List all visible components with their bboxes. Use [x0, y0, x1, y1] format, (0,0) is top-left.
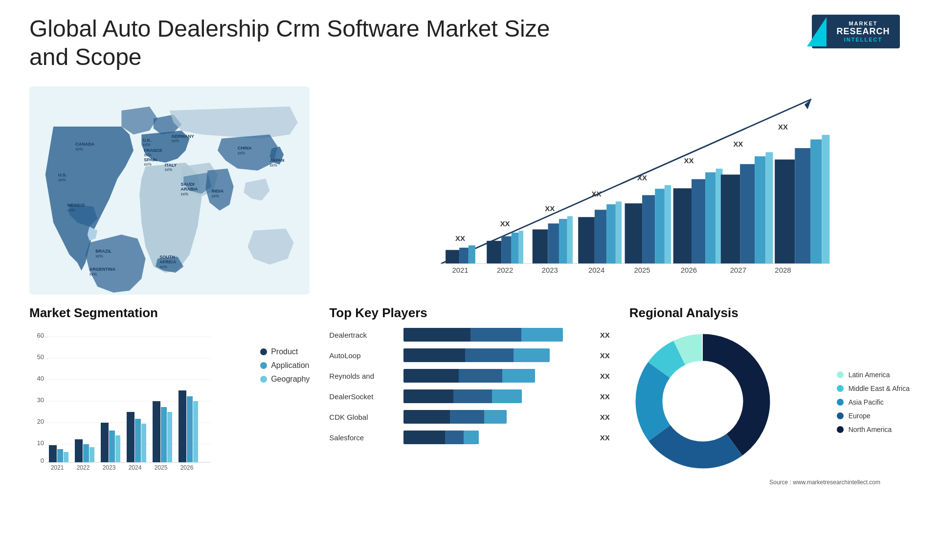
- player-bar-autoloop: [403, 348, 591, 362]
- player-bar-cdk: [403, 410, 591, 424]
- svg-rect-47: [548, 223, 559, 263]
- svg-rect-43: [519, 231, 523, 263]
- player-xx-salesforce: XX: [600, 433, 610, 442]
- svg-rect-73: [766, 152, 773, 264]
- reg-legend-asia: Asia Pacific: [837, 398, 910, 406]
- svg-text:xx%: xx%: [144, 162, 151, 167]
- player-row-reynolds: Reynolds and XX: [329, 369, 609, 383]
- svg-text:BRAZIL: BRAZIL: [95, 249, 112, 254]
- reg-dot-latin: [837, 371, 844, 378]
- svg-text:0: 0: [41, 457, 44, 464]
- player-bar-reynolds: [403, 369, 591, 383]
- map-svg: CANADA xx% U.S. xx% MEXICO xx% BRAZIL xx…: [29, 86, 310, 296]
- svg-text:40: 40: [37, 375, 44, 382]
- logo-line2: RESEARCH: [836, 26, 890, 37]
- svg-rect-78: [810, 139, 822, 263]
- svg-rect-109: [127, 412, 134, 462]
- svg-rect-54: [606, 204, 616, 264]
- seg-chart-svg: 60 50 40 30 20 10 0: [29, 328, 215, 474]
- bar-chart-svg: 2021 XX 2022 XX 2023 XX: [329, 86, 910, 296]
- svg-rect-64: [673, 189, 692, 264]
- legend-label-product: Product: [271, 347, 298, 356]
- svg-rect-114: [161, 407, 167, 462]
- world-map: CANADA xx% U.S. xx% MEXICO xx% BRAZIL xx…: [29, 86, 310, 296]
- svg-rect-65: [692, 179, 705, 264]
- player-row-dealersocket: DealerSocket XX: [329, 389, 609, 403]
- svg-text:2022: 2022: [77, 464, 90, 471]
- reg-label-na: North America: [849, 426, 892, 433]
- regional-title: Regional Analysis: [629, 305, 910, 321]
- svg-rect-36: [459, 248, 469, 264]
- svg-text:xx%: xx%: [144, 153, 151, 157]
- svg-rect-35: [446, 250, 459, 264]
- svg-text:2026: 2026: [681, 266, 697, 274]
- regional-legend: Latin America Middle East & Africa Asia …: [837, 371, 910, 433]
- player-name-reynolds: Reynolds and: [329, 372, 398, 380]
- reg-label-latin: Latin America: [849, 371, 890, 379]
- player-row-salesforce: Salesforce XX: [329, 431, 609, 444]
- svg-text:60: 60: [37, 332, 44, 339]
- svg-rect-49: [567, 216, 573, 264]
- reg-label-asia: Asia Pacific: [849, 398, 884, 406]
- svg-text:INDIA: INDIA: [212, 189, 224, 194]
- svg-rect-46: [533, 230, 548, 264]
- bar-chart-container: 2021 XX 2022 XX 2023 XX: [329, 86, 910, 296]
- svg-rect-103: [89, 447, 94, 462]
- reg-dot-asia: [837, 399, 844, 406]
- key-players-section: Top Key Players Dealertrack XX AutoLoop: [319, 301, 619, 493]
- donut-svg: [629, 328, 776, 474]
- svg-text:2023: 2023: [542, 266, 558, 274]
- svg-text:XX: XX: [734, 140, 743, 148]
- svg-rect-110: [135, 419, 141, 462]
- svg-text:xx%: xx%: [212, 194, 219, 198]
- legend-label-application: Application: [271, 361, 309, 370]
- svg-rect-105: [101, 423, 109, 462]
- player-name-dealertrack: Dealertrack: [329, 331, 398, 339]
- legend-item-application: Application: [260, 361, 310, 370]
- player-xx-reynolds: XX: [600, 372, 610, 380]
- players-container: Dealertrack XX AutoLoop: [329, 328, 609, 444]
- reg-dot-na: [837, 426, 844, 433]
- svg-rect-111: [141, 424, 146, 462]
- player-bar-dealertrack: [403, 328, 591, 342]
- svg-rect-98: [57, 449, 63, 462]
- svg-rect-117: [179, 390, 186, 462]
- svg-rect-42: [512, 233, 519, 264]
- segmentation-legend: Product Application Geography: [260, 328, 310, 384]
- svg-rect-61: [665, 185, 671, 264]
- svg-rect-106: [109, 431, 115, 462]
- svg-text:xx%: xx%: [181, 192, 188, 196]
- svg-rect-59: [642, 195, 655, 264]
- segmentation-title: Market Segmentation: [29, 305, 310, 321]
- svg-rect-41: [501, 237, 512, 264]
- svg-text:ARABIA: ARABIA: [181, 187, 198, 192]
- svg-text:20: 20: [37, 418, 44, 425]
- svg-rect-118: [187, 396, 193, 462]
- content-grid: CANADA xx% U.S. xx% MEXICO xx% BRAZIL xx…: [0, 81, 939, 503]
- reg-label-mea: Middle East & Africa: [849, 385, 910, 392]
- svg-rect-99: [64, 452, 68, 462]
- svg-text:2022: 2022: [497, 266, 513, 274]
- svg-text:2026: 2026: [180, 464, 194, 471]
- svg-rect-52: [579, 217, 595, 263]
- svg-text:10: 10: [37, 439, 44, 447]
- svg-rect-97: [49, 445, 57, 462]
- regional-container: Latin America Middle East & Africa Asia …: [629, 328, 910, 476]
- legend-item-product: Product: [260, 347, 310, 356]
- page-title: Global Auto Dealership Crm Software Mark…: [29, 15, 567, 71]
- svg-text:XX: XX: [778, 123, 788, 131]
- svg-text:xx%: xx%: [165, 168, 172, 172]
- svg-text:XX: XX: [637, 173, 647, 182]
- svg-text:2023: 2023: [103, 464, 116, 471]
- logo-line3: INTELLECT: [836, 37, 890, 43]
- svg-rect-55: [616, 202, 622, 264]
- svg-rect-113: [153, 401, 160, 462]
- svg-rect-48: [559, 219, 567, 264]
- logo-box: MARKET RESEARCH INTELLECT: [812, 15, 899, 48]
- logo-triangle-icon: [807, 17, 827, 46]
- player-row-dealertrack: Dealertrack XX: [329, 328, 609, 342]
- legend-item-geography: Geography: [260, 375, 310, 384]
- svg-text:2024: 2024: [588, 266, 604, 274]
- svg-rect-79: [822, 135, 830, 264]
- reg-dot-mea: [837, 385, 844, 392]
